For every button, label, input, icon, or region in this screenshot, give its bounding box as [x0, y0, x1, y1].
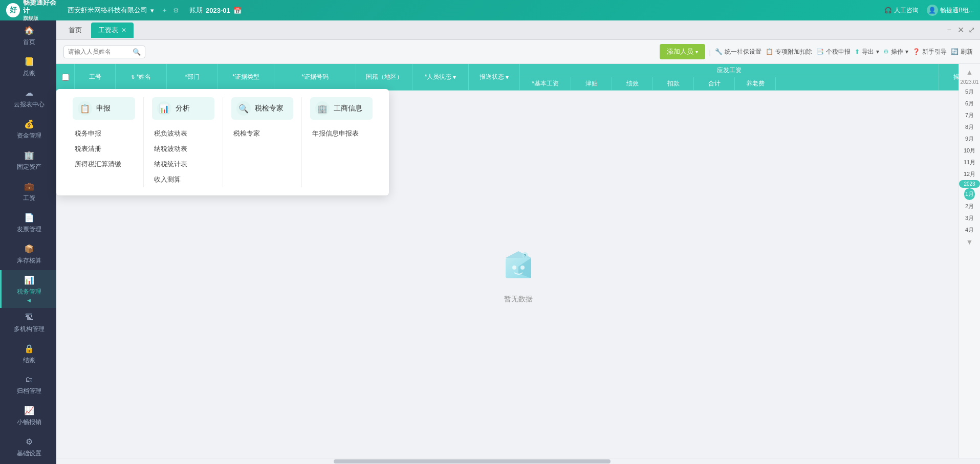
sidebar-label-multi: 多机构管理: [14, 325, 45, 334]
calendar-icon[interactable]: 📅: [233, 7, 242, 14]
toolbar: 🔍 添加人员 ▾ | 🔧 统一社保设置 📋 专项附加扣除 📑 个税申报 ⬆: [56, 40, 980, 64]
dropdown-header-declare: 📋 申报: [73, 97, 135, 120]
app-logo: 好 畅捷通好会计 旗舰版: [6, 0, 62, 22]
menu-tax-table[interactable]: 税表清册: [73, 141, 135, 157]
sidebar-item-archive[interactable]: 🗂 归档管理: [0, 370, 56, 401]
month-12[interactable]: 12月: [959, 168, 980, 180]
sidebar-item-settings[interactable]: ⚙ 基础设置: [0, 432, 56, 463]
sidebar-item-cloud[interactable]: ☁ 云报表中心: [0, 83, 56, 114]
new-guide-btn[interactable]: ❓ 新手引导: [912, 48, 947, 56]
menu-annual-report[interactable]: 年报信息申报表: [310, 126, 373, 141]
month-6[interactable]: 6月: [959, 98, 980, 109]
tab-salary-table[interactable]: 工资表 ✕: [91, 23, 134, 38]
search-icon[interactable]: 🔍: [133, 48, 141, 56]
menu-tax-expert[interactable]: 税检专家: [231, 126, 294, 141]
tax-return-btn[interactable]: 📑 个税申报: [816, 48, 851, 56]
operate-btn[interactable]: ⚙ 操作 ▾: [883, 48, 908, 56]
tax-return-icon: 📑: [816, 48, 824, 55]
window-expand-icon[interactable]: ⤢: [968, 25, 975, 35]
window-minimize-icon[interactable]: －: [945, 25, 953, 35]
dropdown-header-analysis: 📊 分析: [152, 97, 214, 120]
refresh-icon: 🔄: [951, 48, 959, 55]
horizontal-scrollbar[interactable]: [56, 458, 980, 464]
sidebar-label-invoice: 发票管理: [17, 225, 41, 234]
sidebar-label-settings: 基础设置: [17, 449, 41, 458]
sidebar-item-ledger[interactable]: 📒 总账: [0, 52, 56, 83]
export-btn[interactable]: ⬆ 导出 ▾: [855, 48, 879, 56]
menu-tax-dynamic[interactable]: 纳税波动表: [152, 141, 214, 157]
month-1[interactable]: 1月: [964, 188, 975, 200]
month-2[interactable]: 2月: [959, 201, 980, 212]
company-dropdown-icon[interactable]: ▾: [150, 7, 154, 14]
th-checkbox[interactable]: [56, 64, 75, 90]
month-7[interactable]: 7月: [959, 109, 980, 121]
tax-dropdown-menu: 📋 申报 税务申报 税表清册 所得税汇算清缴 📊 分析 税负波动表 纳税波动表 …: [56, 89, 389, 195]
sidebar-item-close[interactable]: 🔒 结账: [0, 339, 56, 370]
app-name: 畅捷通好会计: [23, 0, 62, 15]
month-3[interactable]: 3月: [959, 212, 980, 224]
refresh-btn[interactable]: 🔄 刷新: [951, 48, 973, 56]
special-deduct-btn[interactable]: 📋 专项附加扣除: [766, 48, 812, 56]
th-name[interactable]: ⇅ *姓名: [116, 64, 167, 90]
sidebar-item-assets[interactable]: 🏢 固定资产: [0, 145, 56, 176]
month-9[interactable]: 9月: [959, 133, 980, 145]
user-menu[interactable]: 👤 畅捷通B组...: [927, 5, 974, 16]
tab-close-icon[interactable]: ✕: [121, 27, 126, 34]
month-11[interactable]: 11月: [959, 157, 980, 168]
menu-tax-burden[interactable]: 税负波动表: [152, 126, 214, 141]
dropdown-header-bizinfo: 🏢 工商信息: [310, 97, 373, 120]
sidebar-label-ledger: 总账: [23, 69, 35, 78]
inventory-icon: 📦: [24, 244, 34, 254]
th-submit[interactable]: 报送状态 ▾: [469, 64, 520, 90]
sidebar-item-fund[interactable]: 💰 资金管理: [0, 114, 56, 145]
month-4[interactable]: 4月: [959, 224, 980, 236]
social-security-btn[interactable]: 🔧 统一社保设置: [715, 48, 761, 56]
salary-icon: 💼: [24, 182, 34, 191]
sidebar-item-salary[interactable]: 💼 工资: [0, 176, 56, 208]
sidebar-item-tax[interactable]: 📊 税务管理 ◀: [0, 270, 56, 308]
svg-point-3: [512, 266, 516, 270]
tax-icon: 📊: [24, 275, 34, 285]
sidebar-item-multi[interactable]: 🏗 多机构管理: [0, 308, 56, 339]
year-sidebar: ▲ 2023.01 5月 6月 7月 8月 9月 10月 11月 12月 202…: [959, 64, 980, 458]
social-security-icon: 🔧: [715, 48, 723, 55]
window-close-icon[interactable]: ✕: [957, 25, 964, 35]
sidebar-item-home[interactable]: 🏠 首页: [0, 20, 56, 52]
add-person-button[interactable]: 添加人员 ▾: [660, 44, 705, 59]
help-btn[interactable]: 🎧 人工咨询: [884, 6, 919, 15]
menu-income-test[interactable]: 收入测算: [152, 172, 214, 187]
dropdown-header-expert: 🔍 税检专家: [231, 97, 294, 120]
tab-home-label: 首页: [69, 26, 82, 35]
add-person-dropdown-icon: ▾: [695, 49, 698, 55]
menu-tax-declare[interactable]: 税务申报: [73, 126, 135, 141]
sidebar-label-close: 结账: [23, 356, 35, 365]
empty-icon: ?: [498, 245, 539, 288]
th-total: 合计: [694, 77, 735, 90]
dropdown-section-expert: 🔍 税检专家 税检专家: [223, 97, 302, 187]
month-8[interactable]: 8月: [959, 121, 980, 133]
sidebar-item-invoice[interactable]: 📄 发票管理: [0, 208, 56, 239]
export-dropdown-icon: ▾: [876, 48, 879, 55]
sidebar-item-inventory[interactable]: 📦 库存核算: [0, 239, 56, 270]
table-header-row1: 工号 ⇅ *姓名 *部门 *证据类型 *证据号码: [56, 64, 980, 91]
year-nav-up[interactable]: ▲: [964, 66, 975, 78]
sidebar-label-inventory: 库存核算: [17, 256, 41, 265]
tab-home[interactable]: 首页: [61, 23, 89, 38]
company-name: 西安虾米网络科技有限公司: [68, 6, 147, 15]
select-all-checkbox[interactable]: [62, 74, 69, 81]
th-status[interactable]: *人员状态 ▾: [412, 64, 469, 90]
settings-icon[interactable]: ⚙: [173, 7, 179, 14]
scroll-thumb[interactable]: [334, 459, 611, 463]
sidebar-item-report[interactable]: 📈 小畅报销: [0, 401, 56, 432]
menu-income-calc[interactable]: 所得税汇算清缴: [73, 157, 135, 172]
search-input[interactable]: [68, 48, 129, 55]
add-company-btn[interactable]: ＋: [161, 6, 168, 15]
month-5[interactable]: 5月: [959, 86, 980, 98]
company-selector[interactable]: 西安虾米网络科技有限公司 ▾: [68, 6, 154, 15]
search-box: 🔍: [63, 46, 145, 58]
th-allowance: 津贴: [571, 77, 612, 90]
menu-tax-stat[interactable]: 纳税统计表: [152, 157, 214, 172]
month-10[interactable]: 10月: [959, 145, 980, 157]
year-nav-down[interactable]: ▼: [964, 236, 975, 248]
operate-icon: ⚙: [883, 48, 889, 55]
